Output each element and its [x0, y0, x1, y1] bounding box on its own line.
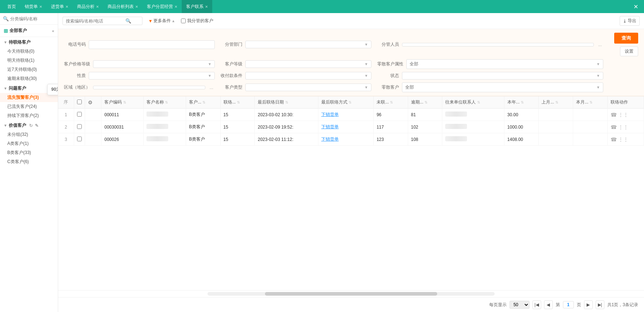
- row-checkbox-1[interactable]: [77, 124, 82, 129]
- region-dots[interactable]: ...: [208, 85, 215, 90]
- table-settings-icon[interactable]: ⚙: [88, 100, 93, 105]
- th-customer-type[interactable]: 客户... ⇅: [186, 96, 220, 109]
- th-contact-count[interactable]: 联络... ⇅: [220, 96, 255, 109]
- sidebar-item-7days-contact[interactable]: 近7天待联络(0): [0, 65, 58, 74]
- more-dots-1[interactable]: ...: [597, 42, 603, 47]
- filter-search-input[interactable]: [66, 19, 124, 24]
- sidebar-group-value[interactable]: ▼ 价值客户 ↻ ✎: [0, 120, 58, 130]
- page-input[interactable]: [563, 301, 574, 308]
- th-last-month[interactable]: 上月... ⇅: [539, 96, 573, 109]
- region-select[interactable]: [93, 86, 205, 89]
- more-action-icon-1[interactable]: ⋮⋮: [618, 124, 628, 130]
- next-page-button[interactable]: ▶: [584, 300, 593, 309]
- last-page-button[interactable]: ▶|: [596, 300, 604, 309]
- nav-item-home[interactable]: 首页: [3, 0, 20, 13]
- status-select[interactable]: ▼: [402, 72, 603, 80]
- row-checkbox-2[interactable]: [77, 137, 82, 141]
- cell-checkbox-0[interactable]: [74, 109, 85, 121]
- first-page-button[interactable]: |◀: [532, 300, 541, 309]
- filter-more-conditions[interactable]: ▼ 更多条件 ▲: [145, 16, 178, 25]
- nav-close-customer-segment[interactable]: ✕: [174, 5, 177, 9]
- customer-type-select[interactable]: ▼: [245, 84, 371, 91]
- cell-checkbox-2[interactable]: [74, 133, 85, 146]
- nav-item-sales[interactable]: 销货单 ✕: [20, 0, 47, 13]
- zero-customer-select[interactable]: 全部 ▼: [402, 82, 603, 92]
- sort-icon-type: ⇅: [202, 100, 205, 104]
- query-button[interactable]: 查询: [614, 33, 638, 44]
- scroll-thumb[interactable]: [265, 292, 437, 296]
- zero-attr-select[interactable]: 全部 ▼: [406, 59, 603, 69]
- sidebar-item-class-b[interactable]: B类客户(33): [0, 148, 58, 157]
- table-scroll-bar[interactable]: [58, 290, 644, 297]
- last-method-link-1[interactable]: 下销货单: [321, 124, 339, 129]
- sidebar-item-ungrouped[interactable]: 未分组(32): [0, 130, 58, 139]
- sidebar-search-icon[interactable]: 🔍: [3, 16, 9, 21]
- nav-item-product-list[interactable]: 商品分析列表 ✕: [103, 0, 142, 13]
- edit-icon-value[interactable]: ↻: [29, 123, 33, 128]
- th-contact-person[interactable]: 往来单位联系人 ⇅: [442, 96, 504, 109]
- sidebar-item-tomorrow-contact[interactable]: 明天待联络(1): [0, 56, 58, 65]
- contact-action-icon-2[interactable]: ☎: [611, 137, 617, 142]
- settings-button[interactable]: 设置: [620, 46, 638, 56]
- sidebar-search-input[interactable]: [10, 16, 58, 21]
- sidebar-item-declining[interactable]: 持续下滑客户(2): [0, 111, 58, 120]
- th-customer-name[interactable]: 客户名称 ⇅: [144, 96, 186, 109]
- phone-input[interactable]: [89, 40, 215, 49]
- nav-close-sales[interactable]: ✕: [39, 5, 42, 9]
- th-last-date[interactable]: 最后联络日期 ⇅: [255, 96, 318, 109]
- cell-last-method-2[interactable]: 下销货单: [318, 133, 373, 146]
- scroll-track[interactable]: [208, 292, 495, 296]
- th-last-method[interactable]: 最后联络方式 ⇅: [318, 96, 373, 109]
- customer-level-select[interactable]: ▼: [245, 60, 371, 68]
- nav-customer-contact-label: 客户联系: [186, 4, 204, 10]
- row-checkbox-0[interactable]: [77, 112, 82, 117]
- my-customers-checkbox[interactable]: [181, 19, 186, 23]
- nature-select[interactable]: ▼: [89, 72, 215, 80]
- sidebar-item-overdue-contact[interactable]: 逾期未联络(30): [0, 74, 58, 83]
- last-method-link-2[interactable]: 下销货单: [321, 137, 339, 142]
- sidebar-item-class-c[interactable]: C类客户(6): [0, 157, 58, 166]
- nav-item-customer-segment[interactable]: 客户分层经营 ✕: [142, 0, 182, 13]
- settings-icon-value[interactable]: ✎: [35, 123, 39, 128]
- nav-close-customer-contact[interactable]: ✕: [205, 5, 208, 9]
- person-select[interactable]: [402, 43, 594, 46]
- sidebar-group-problem[interactable]: ▼ 问题客户 90天未交易的客户，可能有流失风险。: [0, 83, 58, 93]
- cell-last-method-0[interactable]: 下销货单: [318, 109, 373, 121]
- price-level-select[interactable]: ▼: [93, 60, 215, 68]
- nav-item-customer-contact[interactable]: 客户联系 ✕: [182, 0, 212, 13]
- sidebar-all-customers[interactable]: ⊞ 全部客户 «: [0, 25, 58, 37]
- filter-search-icon[interactable]: 🔍: [125, 18, 131, 24]
- payment-select[interactable]: ▼: [245, 72, 371, 80]
- th-overdue[interactable]: 逾期... ⇅: [408, 96, 442, 109]
- more-action-icon-2[interactable]: ⋮⋮: [618, 137, 628, 142]
- th-not-contacted[interactable]: 未联... ⇅: [374, 96, 408, 109]
- contact-action-icon-0[interactable]: ☎: [611, 112, 617, 118]
- prev-page-button[interactable]: ◀: [544, 300, 553, 309]
- nav-close-product-analysis[interactable]: ✕: [96, 5, 99, 9]
- select-all-checkbox[interactable]: [77, 100, 82, 104]
- th-settings[interactable]: ⚙: [85, 96, 101, 109]
- sidebar-item-class-a[interactable]: A类客户(1): [0, 139, 58, 148]
- nav-close-product-list[interactable]: ✕: [135, 5, 138, 9]
- nav-item-product-analysis[interactable]: 商品分析 ✕: [73, 0, 103, 13]
- dept-select[interactable]: ▼: [245, 41, 371, 48]
- th-this-month[interactable]: 本月... ⇅: [573, 96, 608, 109]
- window-close-button[interactable]: ✕: [630, 1, 641, 12]
- th-checkbox[interactable]: [74, 96, 85, 109]
- sidebar-collapse-button[interactable]: «: [52, 29, 54, 33]
- cell-last-method-1[interactable]: 下销货单: [318, 121, 373, 133]
- more-action-icon-0[interactable]: ⋮⋮: [618, 112, 628, 118]
- cell-checkbox-1[interactable]: [74, 121, 85, 133]
- th-customer-code[interactable]: 客户编码 ⇅: [101, 96, 144, 109]
- sidebar-group-pending[interactable]: ▼ 待联络客户: [0, 37, 58, 47]
- my-customers-filter[interactable]: 我分管的客户: [181, 18, 213, 24]
- last-method-link-0[interactable]: 下销货单: [321, 112, 339, 117]
- export-button[interactable]: ⤓ 导出: [620, 16, 640, 26]
- nav-item-purchase[interactable]: 进货单 ✕: [47, 0, 73, 13]
- per-page-select[interactable]: 50 100 200: [510, 301, 530, 309]
- contact-action-icon-1[interactable]: ☎: [611, 124, 617, 130]
- th-this-year[interactable]: 本年... ⇅: [504, 96, 539, 109]
- nav-close-purchase[interactable]: ✕: [65, 5, 68, 9]
- sidebar-item-churned[interactable]: 已流失客户(24): [0, 102, 58, 111]
- sidebar-item-today-contact[interactable]: 今天待联络(0): [0, 47, 58, 56]
